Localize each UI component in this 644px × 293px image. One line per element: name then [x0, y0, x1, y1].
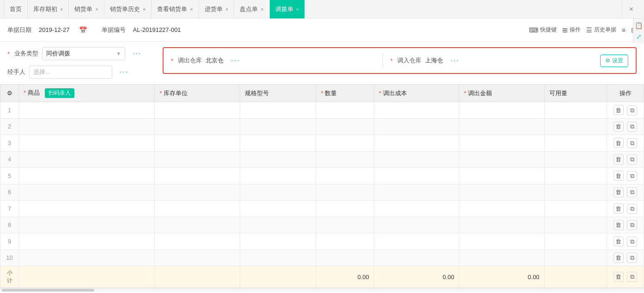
row-3-qty[interactable]	[316, 135, 374, 152]
business-type-select[interactable]: 同价调拨 ▼	[42, 47, 125, 60]
list-view-button[interactable]: ≡	[622, 26, 626, 34]
row-3-amount[interactable]	[459, 135, 544, 152]
row-7-qty[interactable]	[316, 201, 374, 217]
tab-inventory-init[interactable]: 库存期初 ×	[28, 0, 69, 18]
row-7-cost[interactable]	[374, 201, 459, 217]
row-9-unit[interactable]	[155, 233, 240, 250]
row-4-copy-icon[interactable]: ⧉	[627, 154, 637, 165]
scan-button[interactable]: 扫码录入	[45, 88, 74, 98]
row-2-qty[interactable]	[316, 118, 374, 135]
row-6-delete-icon[interactable]: 🗑	[614, 187, 624, 197]
row-10-copy-icon[interactable]: ⧉	[627, 253, 637, 263]
row-5-unit[interactable]	[155, 168, 240, 184]
transfer-out-more[interactable]: ···	[231, 56, 240, 65]
row-1-cost[interactable]	[374, 102, 459, 119]
row-2-amount[interactable]	[459, 118, 544, 135]
sidebar-note-icon[interactable]: 📋	[634, 20, 644, 31]
row-1-product[interactable]	[19, 102, 155, 119]
row-11-delete-icon[interactable]: 🗑	[614, 272, 624, 282]
row-4-qty[interactable]	[316, 151, 374, 168]
row-3-spec[interactable]	[240, 135, 316, 152]
row-8-qty[interactable]	[316, 217, 374, 233]
tab-view-sales[interactable]: 查看销货单 ×	[152, 0, 199, 18]
row-6-amount[interactable]	[459, 184, 544, 201]
settings-button[interactable]: ⚙ 设置	[600, 55, 628, 67]
row-8-delete-icon[interactable]: 🗑	[614, 220, 624, 230]
row-7-delete-icon[interactable]: 🗑	[614, 203, 624, 214]
row-10-cost[interactable]	[374, 250, 459, 266]
row-9-amount[interactable]	[459, 233, 544, 250]
row-8-copy-icon[interactable]: ⧉	[627, 220, 637, 230]
handler-more[interactable]: ···	[120, 68, 128, 76]
row-11-product[interactable]	[19, 266, 155, 288]
transfer-in-more[interactable]: ···	[450, 56, 459, 65]
row-7-product[interactable]	[19, 201, 155, 217]
scroll-bar-area[interactable]	[0, 288, 644, 292]
row-8-unit[interactable]	[155, 217, 240, 233]
row-1-copy-icon[interactable]: ⧉	[627, 105, 637, 116]
history-button[interactable]: ☰ 历史单据	[586, 26, 616, 34]
row-10-spec[interactable]	[240, 250, 316, 266]
tab-inventory-check[interactable]: 盘点单 ×	[234, 0, 269, 18]
row-8-cost[interactable]	[374, 217, 459, 233]
row-3-cost[interactable]	[374, 135, 459, 152]
transfer-in-value[interactable]: 上海仓	[425, 56, 443, 65]
row-6-cost[interactable]	[374, 184, 459, 201]
calendar-icon[interactable]: 📅	[79, 26, 87, 34]
business-type-more[interactable]: ···	[133, 49, 141, 58]
row-11-unit[interactable]	[155, 266, 240, 288]
row-3-unit[interactable]	[155, 135, 240, 152]
row-6-copy-icon[interactable]: ⧉	[627, 187, 637, 197]
tab-view-sales-close[interactable]: ×	[190, 6, 193, 12]
row-3-delete-icon[interactable]: 🗑	[614, 138, 624, 148]
tab-sales-history[interactable]: 销货单历史 ×	[104, 0, 152, 18]
row-7-amount[interactable]	[459, 201, 544, 217]
row-3-copy-icon[interactable]: ⧉	[627, 138, 637, 148]
row-7-copy-icon[interactable]: ⧉	[627, 204, 637, 214]
tab-home[interactable]: 首页	[4, 0, 28, 18]
row-5-cost[interactable]	[374, 168, 459, 184]
row-2-copy-icon[interactable]: ⧉	[627, 122, 637, 132]
tab-transfer-close[interactable]: ×	[296, 6, 299, 12]
row-5-spec[interactable]	[240, 168, 316, 184]
row-1-qty[interactable]	[316, 102, 374, 119]
row-7-spec[interactable]	[240, 201, 316, 217]
row-7-unit[interactable]	[155, 201, 240, 217]
sidebar-expand-icon[interactable]: ⤢	[634, 31, 644, 42]
tab-sales-history-close[interactable]: ×	[143, 6, 146, 12]
row-9-spec[interactable]	[240, 233, 316, 250]
col-header-gear[interactable]: ⚙	[0, 85, 19, 102]
row-9-cost[interactable]	[374, 233, 459, 250]
row-4-delete-icon[interactable]: 🗑	[614, 154, 624, 165]
transfer-out-value[interactable]: 北京仓	[206, 56, 224, 65]
operations-button[interactable]: ⊞ 操作	[562, 26, 581, 34]
row-2-product[interactable]	[19, 118, 155, 135]
row-1-delete-icon[interactable]: 🗑	[614, 105, 624, 115]
row-3-product[interactable]	[19, 135, 155, 152]
row-5-delete-icon[interactable]: 🗑	[614, 171, 624, 181]
row-6-unit[interactable]	[155, 184, 240, 201]
row-2-cost[interactable]	[374, 118, 459, 135]
tab-sales-order[interactable]: 销货单 ×	[69, 0, 104, 18]
row-8-spec[interactable]	[240, 217, 316, 233]
window-close-button[interactable]: ×	[622, 0, 640, 18]
row-9-delete-icon[interactable]: 🗑	[614, 236, 624, 246]
row-4-amount[interactable]	[459, 151, 544, 168]
tab-purchase-close[interactable]: ×	[225, 6, 228, 12]
tab-purchase[interactable]: 进货单 ×	[199, 0, 234, 18]
row-9-product[interactable]	[19, 233, 155, 250]
row-8-product[interactable]	[19, 217, 155, 233]
row-10-unit[interactable]	[155, 250, 240, 266]
row-1-amount[interactable]	[459, 102, 544, 119]
shortcuts-button[interactable]: ⌨ 快捷键	[529, 26, 557, 34]
row-4-cost[interactable]	[374, 151, 459, 168]
row-4-spec[interactable]	[240, 151, 316, 168]
row-11-copy-icon[interactable]: ⧉	[627, 272, 637, 282]
row-10-qty[interactable]	[316, 250, 374, 266]
row-10-product[interactable]	[19, 250, 155, 266]
row-9-copy-icon[interactable]: ⧉	[627, 237, 637, 247]
row-5-qty[interactable]	[316, 168, 374, 184]
row-2-unit[interactable]	[155, 118, 240, 135]
row-6-qty[interactable]	[316, 184, 374, 201]
row-1-unit[interactable]	[155, 102, 240, 119]
